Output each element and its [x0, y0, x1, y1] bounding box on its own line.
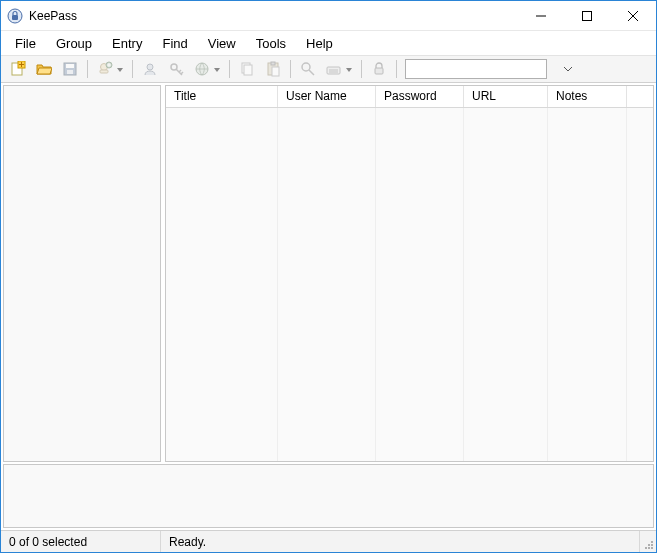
app-title: KeePass — [29, 9, 77, 23]
column-header-notes[interactable]: Notes — [548, 86, 627, 107]
app-window: KeePass File Group Entry Find View Tools… — [0, 0, 657, 553]
toolbar-separator — [396, 60, 397, 78]
toolbar-separator — [132, 60, 133, 78]
quickfind-input[interactable] — [406, 62, 564, 76]
menu-group[interactable]: Group — [46, 34, 102, 53]
entry-detail-pane[interactable] — [3, 464, 654, 528]
svg-point-29 — [302, 63, 310, 71]
content-area: Title User Name Password URL Notes — [1, 83, 656, 530]
svg-point-40 — [651, 541, 653, 543]
titlebar: KeePass — [1, 1, 656, 31]
svg-rect-25 — [244, 65, 252, 75]
svg-line-30 — [309, 70, 314, 75]
toolbar-separator — [290, 60, 291, 78]
menu-tools[interactable]: Tools — [246, 34, 296, 53]
svg-rect-34 — [375, 68, 383, 74]
find-button[interactable] — [296, 58, 320, 80]
column-header-title[interactable]: Title — [166, 86, 278, 107]
svg-line-22 — [181, 72, 183, 74]
app-icon — [7, 8, 23, 24]
entry-list-body[interactable] — [166, 108, 653, 461]
svg-point-39 — [648, 544, 650, 546]
menubar: File Group Entry Find View Tools Help — [1, 31, 656, 55]
svg-rect-14 — [100, 70, 108, 73]
column-header-password[interactable]: Password — [376, 86, 464, 107]
save-database-button[interactable] — [58, 58, 82, 80]
svg-point-38 — [645, 547, 647, 549]
new-database-button[interactable] — [6, 58, 30, 80]
column-header-extra[interactable] — [627, 86, 653, 107]
toolbar-separator — [87, 60, 88, 78]
status-selection: 0 of 0 selected — [1, 531, 161, 552]
maximize-button[interactable] — [564, 1, 610, 31]
svg-rect-11 — [66, 64, 74, 68]
toolbar-separator — [229, 60, 230, 78]
minimize-button[interactable] — [518, 1, 564, 31]
open-database-button[interactable] — [32, 58, 56, 80]
svg-rect-12 — [67, 70, 73, 74]
svg-point-35 — [651, 547, 653, 549]
quickfind-combo[interactable] — [405, 59, 547, 79]
group-tree[interactable] — [3, 85, 161, 462]
entry-list[interactable]: Title User Name Password URL Notes — [165, 85, 654, 462]
chevron-down-icon[interactable] — [564, 62, 572, 76]
entry-list-header: Title User Name Password URL Notes — [166, 86, 653, 108]
menu-find[interactable]: Find — [152, 34, 197, 53]
svg-point-37 — [651, 544, 653, 546]
open-url-button[interactable] — [190, 58, 224, 80]
add-entry-button[interactable] — [93, 58, 127, 80]
copy-password-button[interactable] — [164, 58, 188, 80]
svg-rect-3 — [583, 11, 592, 20]
svg-line-21 — [179, 70, 181, 72]
perform-autotype-button[interactable] — [322, 58, 356, 80]
menu-help[interactable]: Help — [296, 34, 343, 53]
resize-grip[interactable] — [640, 531, 656, 552]
statusbar: 0 of 0 selected Ready. — [1, 530, 656, 552]
svg-point-36 — [648, 547, 650, 549]
toolbar — [1, 55, 656, 83]
menu-file[interactable]: File — [5, 34, 46, 53]
main-split: Title User Name Password URL Notes — [1, 83, 656, 464]
status-ready: Ready. — [161, 531, 640, 552]
toolbar-separator — [361, 60, 362, 78]
paste-entry-button[interactable] — [261, 58, 285, 80]
column-header-username[interactable]: User Name — [278, 86, 376, 107]
svg-rect-27 — [271, 62, 275, 65]
svg-rect-1 — [12, 15, 18, 20]
svg-point-18 — [147, 64, 153, 70]
column-header-url[interactable]: URL — [464, 86, 548, 107]
svg-rect-28 — [272, 67, 279, 76]
menu-entry[interactable]: Entry — [102, 34, 152, 53]
lock-workspace-button[interactable] — [367, 58, 391, 80]
copy-username-button[interactable] — [138, 58, 162, 80]
close-button[interactable] — [610, 1, 656, 31]
copy-entry-button[interactable] — [235, 58, 259, 80]
menu-view[interactable]: View — [198, 34, 246, 53]
